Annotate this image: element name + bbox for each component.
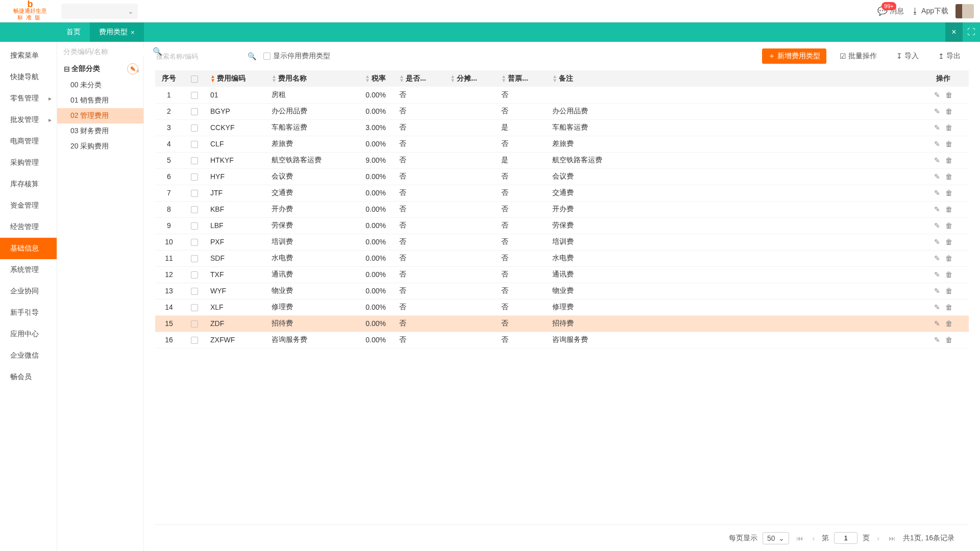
nav-item-6[interactable]: 库存核算 xyxy=(0,173,57,195)
cell-checkbox[interactable] xyxy=(183,283,206,299)
page-first-button[interactable]: ⏮ xyxy=(794,534,805,542)
cell-checkbox[interactable] xyxy=(183,299,206,315)
category-item-0[interactable]: 00 未分类 xyxy=(57,78,143,93)
edit-row-button[interactable]: ✎ xyxy=(934,91,940,99)
table-row[interactable]: 15ZDF招待费0.00%否否招待费✎🗑 xyxy=(155,315,969,332)
user-avatar[interactable] xyxy=(955,4,974,18)
delete-row-button[interactable]: 🗑 xyxy=(945,270,952,279)
tab-fee-type[interactable]: 费用类型 × xyxy=(90,22,144,42)
cell-checkbox[interactable] xyxy=(183,201,206,217)
nav-item-11[interactable]: 企业协同 xyxy=(0,281,57,302)
nav-item-1[interactable]: 快捷导航 xyxy=(0,66,57,88)
table-row[interactable]: 14XLF修理费0.00%否否修理费✎🗑 xyxy=(155,299,969,315)
category-item-2[interactable]: 02 管理费用 xyxy=(57,108,143,123)
table-row[interactable]: 13WYF物业费0.00%否否物业费✎🗑 xyxy=(155,283,969,299)
cell-checkbox[interactable] xyxy=(183,315,206,332)
table-row[interactable]: 8KBF开办费0.00%否否开办费✎🗑 xyxy=(155,201,969,217)
page-last-button[interactable]: ⏭ xyxy=(887,534,898,542)
table-row[interactable]: 11SDF水电费0.00%否否水电费✎🗑 xyxy=(155,250,969,266)
category-item-1[interactable]: 01 销售费用 xyxy=(57,93,143,108)
category-item-4[interactable]: 20 采购费用 xyxy=(57,139,143,154)
table-row[interactable]: 5HTKYF航空铁路客运费9.00%否是航空铁路客运费✎🗑 xyxy=(155,152,969,168)
table-row[interactable]: 7JTF交通费0.00%否否交通费✎🗑 xyxy=(155,185,969,201)
edit-row-button[interactable]: ✎ xyxy=(934,303,940,311)
edit-row-button[interactable]: ✎ xyxy=(934,221,940,230)
col-remark[interactable]: ▲▼备注 xyxy=(548,70,918,87)
cell-checkbox[interactable] xyxy=(183,168,206,185)
col-rate[interactable]: ▲▼税率 xyxy=(349,70,395,87)
panel-collapse-button[interactable]: « xyxy=(133,63,142,79)
nav-item-13[interactable]: 应用中心 xyxy=(0,323,57,345)
delete-row-button[interactable]: 🗑 xyxy=(945,123,952,132)
edit-row-button[interactable]: ✎ xyxy=(934,107,940,115)
table-search-input[interactable] xyxy=(154,49,248,63)
delete-row-button[interactable]: 🗑 xyxy=(945,238,952,246)
table-row[interactable]: 4CLF差旅费0.00%否否差旅费✎🗑 xyxy=(155,136,969,152)
edit-row-button[interactable]: ✎ xyxy=(934,254,940,262)
edit-row-button[interactable]: ✎ xyxy=(934,336,940,344)
delete-row-button[interactable]: 🗑 xyxy=(945,189,952,197)
cell-checkbox[interactable] xyxy=(183,119,206,136)
add-fee-type-button[interactable]: ＋ 新增费用类型 xyxy=(762,48,826,64)
table-row[interactable]: 10PXF培训费0.00%否否培训费✎🗑 xyxy=(155,234,969,250)
export-button[interactable]: ↥ 导出 xyxy=(932,48,967,64)
delete-row-button[interactable]: 🗑 xyxy=(945,156,952,164)
cell-checkbox[interactable] xyxy=(183,185,206,201)
table-row[interactable]: 16ZXFWF咨询服务费0.00%否否咨询服务费✎🗑 xyxy=(155,332,969,348)
edit-row-button[interactable]: ✎ xyxy=(934,270,940,279)
nav-item-8[interactable]: 经营管理 xyxy=(0,216,57,238)
show-disabled-checkbox[interactable]: 显示停用费用类型 xyxy=(263,52,330,61)
edit-row-button[interactable]: ✎ xyxy=(934,123,940,132)
delete-row-button[interactable]: 🗑 xyxy=(945,140,952,148)
tab-home[interactable]: 首页 xyxy=(57,22,90,42)
nav-item-3[interactable]: 批发管理▸ xyxy=(0,109,57,131)
per-page-select[interactable]: 50 ⌄ xyxy=(763,532,789,544)
cell-checkbox[interactable] xyxy=(183,332,206,348)
col-voucher[interactable]: ▲▼普票... xyxy=(497,70,548,87)
collapse-all-icon[interactable]: ⊟ xyxy=(62,65,71,73)
delete-row-button[interactable]: 🗑 xyxy=(945,319,952,328)
delete-row-button[interactable]: 🗑 xyxy=(945,91,952,99)
batch-actions-button[interactable]: ☑ 批量操作 xyxy=(834,48,883,64)
delete-row-button[interactable]: 🗑 xyxy=(945,172,952,181)
edit-row-button[interactable]: ✎ xyxy=(934,172,940,181)
category-search-input[interactable] xyxy=(63,47,153,56)
cell-checkbox[interactable] xyxy=(183,103,206,119)
close-icon[interactable]: × xyxy=(131,29,135,36)
app-download-button[interactable]: ⭳ App下载 xyxy=(911,7,948,16)
category-all-label[interactable]: 全部分类 xyxy=(71,64,100,73)
table-row[interactable]: 6HYF会议费0.00%否否会议费✎🗑 xyxy=(155,168,969,185)
cell-checkbox[interactable] xyxy=(183,152,206,168)
nav-item-0[interactable]: 搜索菜单 xyxy=(0,45,57,66)
edit-row-button[interactable]: ✎ xyxy=(934,319,940,328)
nav-item-4[interactable]: 电商管理 xyxy=(0,131,57,152)
tenant-switcher[interactable]: ⌄ xyxy=(61,4,138,19)
delete-row-button[interactable]: 🗑 xyxy=(945,287,952,295)
edit-row-button[interactable]: ✎ xyxy=(934,205,940,213)
delete-row-button[interactable]: 🗑 xyxy=(945,205,952,213)
search-icon[interactable]: 🔍 xyxy=(248,52,256,60)
delete-row-button[interactable]: 🗑 xyxy=(945,221,952,230)
col-checkbox[interactable] xyxy=(183,70,206,87)
table-row[interactable]: 101房租0.00%否否✎🗑 xyxy=(155,87,969,103)
import-button[interactable]: ↧ 导入 xyxy=(890,48,925,64)
edit-row-button[interactable]: ✎ xyxy=(934,156,940,164)
nav-item-10[interactable]: 系统管理 xyxy=(0,259,57,281)
edit-row-button[interactable]: ✎ xyxy=(934,189,940,197)
nav-item-12[interactable]: 新手引导 xyxy=(0,302,57,323)
table-row[interactable]: 9LBF劳保费0.00%否否劳保费✎🗑 xyxy=(155,217,969,234)
cell-checkbox[interactable] xyxy=(183,136,206,152)
nav-item-7[interactable]: 资金管理 xyxy=(0,195,57,216)
messages-button[interactable]: 99+ 💬 消息 xyxy=(877,6,904,16)
edit-row-button[interactable]: ✎ xyxy=(934,140,940,148)
cell-checkbox[interactable] xyxy=(183,87,206,103)
page-next-button[interactable]: › xyxy=(875,534,881,542)
tab-close-all-button[interactable]: × xyxy=(945,22,963,42)
cell-checkbox[interactable] xyxy=(183,266,206,283)
nav-item-2[interactable]: 零售管理▸ xyxy=(0,88,57,109)
edit-row-button[interactable]: ✎ xyxy=(934,287,940,295)
cell-checkbox[interactable] xyxy=(183,217,206,234)
nav-item-15[interactable]: 畅会员 xyxy=(0,366,57,388)
delete-row-button[interactable]: 🗑 xyxy=(945,303,952,311)
category-item-3[interactable]: 03 财务费用 xyxy=(57,123,143,139)
